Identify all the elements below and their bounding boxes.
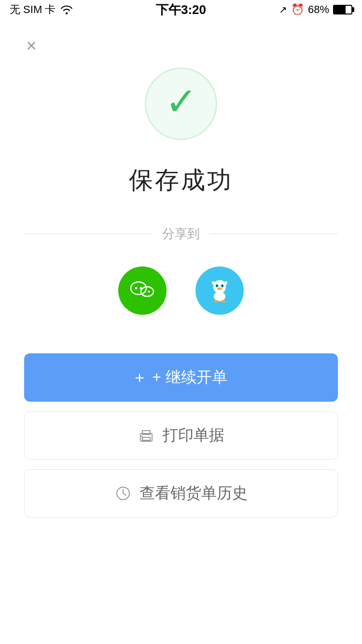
print-label: 打印单据 (163, 425, 224, 446)
printer-icon (138, 427, 155, 444)
history-button[interactable]: 查看销货单历史 (24, 469, 338, 518)
battery-icon (333, 5, 352, 14)
svg-point-6 (213, 280, 226, 294)
svg-point-14 (221, 300, 225, 303)
close-icon: × (26, 37, 36, 55)
svg-point-12 (214, 292, 225, 301)
history-icon (114, 485, 132, 502)
svg-point-11 (217, 288, 222, 290)
svg-line-23 (123, 493, 126, 495)
svg-point-15 (212, 281, 215, 285)
print-button[interactable]: 打印单据 (24, 411, 338, 460)
divider-line-left (24, 234, 153, 234)
share-icons-row (118, 266, 244, 315)
status-left: 无 SIM 卡 (10, 2, 73, 17)
status-right: ↗ ⏰ 68% (279, 3, 352, 16)
svg-point-8 (216, 285, 218, 287)
continue-button[interactable]: + + 继续开单 (24, 353, 338, 402)
qq-icon (205, 276, 234, 305)
share-divider: 分享到 (24, 225, 338, 242)
svg-point-1 (141, 287, 153, 296)
status-time: 下午3:20 (156, 1, 206, 18)
svg-rect-19 (142, 437, 150, 440)
share-label: 分享到 (162, 225, 200, 242)
success-title: 保存成功 (129, 164, 233, 196)
history-label: 查看销货单历史 (139, 483, 248, 504)
svg-point-4 (144, 291, 146, 293)
success-circle: ✓ (145, 68, 217, 140)
svg-point-0 (131, 282, 146, 294)
qq-share-button[interactable] (195, 266, 244, 315)
continue-label: + 继续开单 (152, 367, 227, 388)
checkmark-icon: ✓ (165, 83, 197, 121)
no-sim-text: 无 SIM 卡 (10, 2, 56, 17)
svg-point-10 (222, 285, 223, 287)
continue-icon: + (135, 368, 144, 387)
battery-percent: 68% (308, 3, 329, 16)
action-buttons: + + 继续开单 打印单据 查看销货单历史 (24, 353, 338, 518)
status-bar: 无 SIM 卡 下午3:20 ↗ ⏰ 68% (0, 0, 362, 19)
svg-point-13 (214, 300, 219, 303)
svg-point-16 (224, 281, 227, 285)
close-button[interactable]: × (19, 34, 43, 58)
location-icon: ↗ (279, 4, 287, 15)
svg-point-3 (140, 287, 142, 290)
wechat-icon (128, 276, 157, 305)
svg-point-5 (148, 291, 150, 293)
divider-line-right (209, 234, 338, 234)
wifi-icon (60, 5, 73, 14)
main-content: × ✓ 保存成功 分享到 (0, 19, 362, 644)
svg-point-20 (141, 436, 143, 437)
svg-point-2 (135, 287, 138, 290)
alarm-icon: ⏰ (291, 3, 304, 16)
wechat-share-button[interactable] (118, 266, 167, 315)
